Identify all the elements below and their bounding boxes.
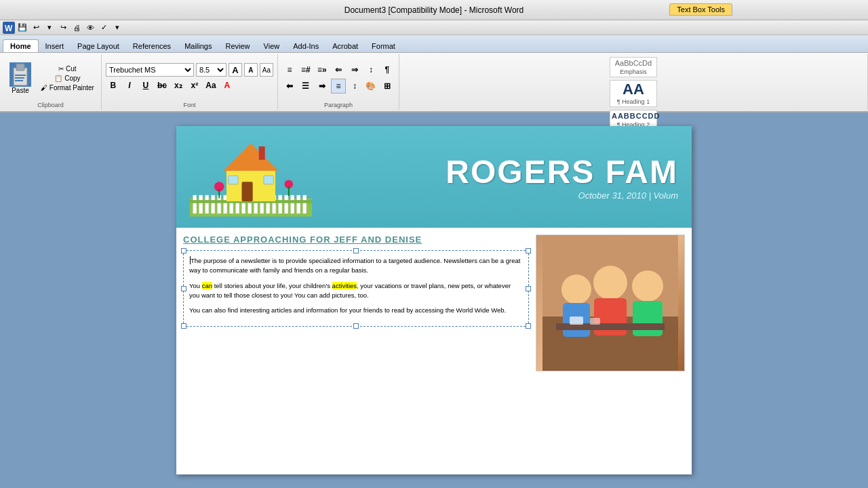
- font-family-dropdown[interactable]: Trebuchet MS: [106, 63, 194, 77]
- subscript-button[interactable]: x₂: [171, 78, 186, 93]
- quick-access-toolbar: W 💾 ↩ ▾ ↪ 🖨 👁 ✓ ▾: [0, 20, 868, 35]
- justify-button[interactable]: ≡: [331, 79, 346, 94]
- text-box-selected[interactable]: The purpose of a newsletter is to provid…: [183, 250, 529, 327]
- shading-button[interactable]: 🎨: [363, 79, 378, 94]
- svg-rect-9: [199, 195, 203, 214]
- style-heading1[interactable]: AA ¶ Heading 1: [610, 80, 657, 107]
- sort-button[interactable]: ↕: [363, 62, 378, 77]
- tab-acrobat[interactable]: Acrobat: [326, 40, 365, 52]
- tab-home[interactable]: Home: [3, 39, 39, 52]
- save-btn[interactable]: 💾: [16, 22, 28, 34]
- grow-font-button[interactable]: A: [229, 63, 242, 77]
- shrink-font-button[interactable]: A: [244, 63, 258, 77]
- paragraph-1: The purpose of a newsletter is to provid…: [189, 256, 523, 276]
- family-bg: [536, 235, 684, 371]
- copy-button[interactable]: 📋 Copy: [38, 74, 97, 83]
- clear-format-button[interactable]: Aa: [260, 63, 273, 77]
- word-logo-btn[interactable]: W: [3, 22, 15, 34]
- print-preview-btn[interactable]: 👁: [84, 22, 96, 34]
- tab-addins[interactable]: Add-Ins: [286, 40, 326, 52]
- print-btn[interactable]: 🖨: [71, 22, 83, 34]
- undo-dropdown-btn[interactable]: ▾: [43, 22, 56, 34]
- svg-rect-3: [16, 64, 24, 70]
- newsletter-title-area: ROGERS FAM October 31, 2010 | Volum: [446, 153, 678, 201]
- svg-rect-4: [15, 75, 26, 76]
- paragraph-3: You can also find interesting articles a…: [189, 306, 523, 315]
- decrease-indent-button[interactable]: ⇐: [331, 62, 346, 77]
- text-box-tools-tab[interactable]: Text Box Tools: [669, 3, 732, 16]
- borders-button[interactable]: ⊞: [380, 79, 395, 94]
- bullets-button[interactable]: ≡: [282, 62, 297, 77]
- handle-bc[interactable]: [353, 323, 359, 329]
- ribbon-tabs: Home Insert Page Layout References Maili…: [0, 35, 868, 53]
- redo-btn[interactable]: ↪: [57, 22, 69, 34]
- strikethrough-button[interactable]: bc: [155, 78, 170, 93]
- numbering-button[interactable]: ≡#: [298, 62, 313, 77]
- align-right-button[interactable]: ➡: [315, 79, 330, 94]
- bold-button[interactable]: B: [106, 78, 121, 93]
- newsletter-title: ROGERS FAM: [446, 153, 678, 190]
- page: ROGERS FAM October 31, 2010 | Volum COLL…: [176, 126, 692, 474]
- paste-button[interactable]: Paste: [4, 58, 37, 98]
- handle-bl[interactable]: [181, 323, 186, 329]
- tab-page-layout[interactable]: Page Layout: [71, 40, 126, 52]
- content-area: COLLEGE APPROACHING FOR JEFF AND DENISE …: [176, 228, 692, 378]
- align-left-button[interactable]: ⬅: [282, 79, 297, 94]
- handle-mr[interactable]: [526, 286, 531, 291]
- right-column: [536, 235, 685, 371]
- text-cursor: [190, 256, 191, 264]
- svg-rect-30: [242, 182, 253, 201]
- svg-rect-32: [264, 176, 273, 184]
- svg-point-40: [561, 274, 591, 304]
- handle-tc[interactable]: [353, 248, 359, 253]
- paragraph-2: You can tell stories about your life, yo…: [189, 281, 523, 301]
- svg-rect-22: [279, 195, 282, 214]
- increase-indent-button[interactable]: ⇒: [347, 62, 362, 77]
- paragraph-group: ≡ ≡# ≡» ⇐ ⇒ ↕ ¶ ⬅ ☰ ➡ ≡ ↕ 🎨 ⊞: [278, 54, 399, 110]
- svg-rect-25: [297, 195, 300, 214]
- show-marks-button[interactable]: ¶: [380, 62, 395, 77]
- handle-br[interactable]: [526, 323, 531, 329]
- format-painter-button[interactable]: 🖌 Format Painter: [38, 83, 97, 92]
- tab-references[interactable]: References: [126, 40, 178, 52]
- paragraph-group-label: Paragraph: [324, 102, 353, 108]
- font-color-button[interactable]: A: [220, 78, 235, 93]
- svg-rect-35: [218, 189, 220, 199]
- text-effects-button[interactable]: Aa: [203, 78, 218, 93]
- handle-ml[interactable]: [181, 286, 186, 291]
- multilevel-button[interactable]: ≡»: [315, 62, 330, 77]
- app-title: Document3 [Compatibility Mode] - Microso…: [344, 5, 524, 15]
- tab-mailings[interactable]: Mailings: [178, 40, 218, 52]
- styles-group: AaBbCcDd Emphasis AA ¶ Heading 1 AABBCCD…: [399, 54, 868, 110]
- font-group-label: Font: [183, 102, 195, 108]
- more-qa-btn[interactable]: ▾: [111, 22, 123, 34]
- svg-rect-37: [288, 186, 290, 196]
- align-center-button[interactable]: ☰: [298, 79, 313, 94]
- spell-check-btn[interactable]: ✓: [98, 22, 110, 34]
- svg-rect-31: [229, 176, 238, 184]
- style-emphasis[interactable]: AaBbCcDd Emphasis: [610, 57, 657, 77]
- tab-review[interactable]: Review: [218, 40, 256, 52]
- family-photo-svg: [542, 235, 678, 371]
- document-area: ROGERS FAM October 31, 2010 | Volum COLL…: [0, 113, 868, 488]
- svg-point-44: [632, 270, 663, 302]
- highlight-can: can: [202, 282, 212, 289]
- superscript-button[interactable]: x²: [187, 78, 202, 93]
- section-heading: COLLEGE APPROACHING FOR JEFF AND DENISE: [183, 235, 529, 245]
- italic-button[interactable]: I: [122, 78, 137, 93]
- font-size-dropdown[interactable]: 8.5: [196, 63, 226, 77]
- cut-button[interactable]: ✂ Cut: [38, 64, 97, 73]
- handle-tl[interactable]: [181, 248, 186, 253]
- svg-rect-26: [303, 195, 307, 214]
- svg-rect-8: [193, 195, 197, 214]
- newsletter-subtitle: October 31, 2010 | Volum: [446, 190, 678, 201]
- tab-view[interactable]: View: [257, 40, 287, 52]
- underline-button[interactable]: U: [138, 78, 153, 93]
- svg-rect-5: [15, 77, 24, 79]
- tab-insert[interactable]: Insert: [39, 40, 71, 52]
- handle-tr[interactable]: [526, 248, 531, 253]
- undo-btn[interactable]: ↩: [30, 22, 42, 34]
- svg-text:W: W: [5, 24, 13, 33]
- line-spacing-button[interactable]: ↕: [347, 79, 362, 94]
- tab-format[interactable]: Format: [365, 40, 402, 52]
